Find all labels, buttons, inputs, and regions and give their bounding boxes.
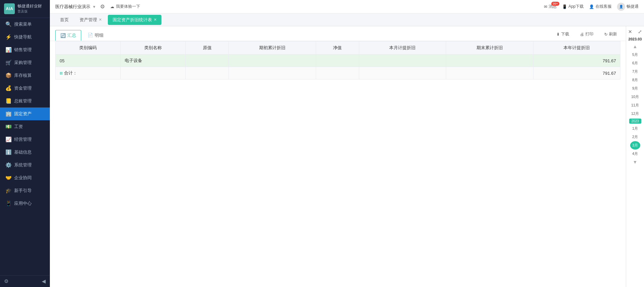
sidebar-item-app-center[interactable]: 📱应用中心 <box>0 197 50 210</box>
sidebar-item-ledger[interactable]: 📒总账管理 <box>0 95 50 107</box>
tab-close-depreciation[interactable]: ✕ <box>154 18 157 22</box>
panel-close-icon[interactable]: ✕ <box>628 29 632 34</box>
month-item[interactable]: 1月 <box>630 124 640 133</box>
print-button[interactable]: 🖨 打印 <box>577 30 597 39</box>
month-item[interactable]: 12月 <box>631 109 640 118</box>
row-category-name: 电子设备 <box>121 55 186 67</box>
sidebar-item-funds[interactable]: 💰资金管理 <box>0 82 50 95</box>
summary-tab-label: 汇总 <box>67 32 76 38</box>
refresh-label: 刷新 <box>609 31 617 37</box>
funds-icon: 💰 <box>5 85 11 91</box>
sidebar-item-sales[interactable]: 📊销售管理 <box>0 43 50 56</box>
detail-tab-label: 明细 <box>95 32 103 38</box>
month-scroll-down[interactable]: ▼ <box>632 158 639 166</box>
sidebar-label-app-center: 应用中心 <box>14 200 32 206</box>
col-monthly-depr: 本月计提折旧 <box>359 41 446 55</box>
tabs-bar: 首页资产管理✕固定资产折旧统计表✕ <box>50 13 644 26</box>
tab-asset-mgmt[interactable]: 资产管理✕ <box>75 15 106 25</box>
sidebar-label-fixed-assets: 固定资产 <box>14 111 32 117</box>
refresh-button[interactable]: ↻ 刷新 <box>601 30 620 39</box>
sidebar-label-cooperation: 企业协同 <box>14 175 32 181</box>
row-category-code: 05 <box>56 55 121 67</box>
tab-summary[interactable]: 🔄 汇总 <box>55 30 81 41</box>
user-menu[interactable]: 👤 畅捷通 <box>617 3 639 11</box>
panel-expand-icon[interactable]: ⤢ <box>638 29 642 34</box>
sidebar-item-search[interactable]: 🔍搜索菜单 <box>0 18 50 31</box>
service-icon: 👤 <box>589 4 594 9</box>
right-panel-header: ✕ ⤢ <box>626 28 644 36</box>
topbar-settings-icon[interactable]: ⚙ <box>100 3 105 10</box>
sidebar-item-guide[interactable]: 🎓新手引导 <box>0 184 50 197</box>
sidebar-item-system[interactable]: ⚙️系统管理 <box>0 159 50 171</box>
row-yearly-depr: 791.67 <box>533 55 620 67</box>
sidebar-label-basic-info: 基础信息 <box>14 149 32 155</box>
row-original-value <box>186 55 229 67</box>
month-item[interactable]: 4月 <box>630 150 640 158</box>
app-version: 普及版 <box>18 9 42 14</box>
sidebar-item-business[interactable]: 📈经营管理 <box>0 133 50 146</box>
table-wrapper: 类别编码 类别名称 原值 期初累计折旧 净值 本月计提折旧 期末累计折旧 本年计… <box>50 41 626 79</box>
sidebar-item-purchase[interactable]: 🛒采购管理 <box>0 56 50 69</box>
sidebar-label-search: 搜索菜单 <box>14 21 32 27</box>
sidebar-item-payroll[interactable]: 💵工资 <box>0 120 50 133</box>
messages-badge: 99+ <box>551 2 559 6</box>
app-download-button[interactable]: 📱 App下载 <box>562 4 584 9</box>
user-avatar: 👤 <box>617 3 625 11</box>
customer-service-button[interactable]: 👤 在线客服 <box>589 4 612 9</box>
tab-close-asset-mgmt[interactable]: ✕ <box>99 18 102 22</box>
month-item[interactable]: 2月 <box>630 133 640 141</box>
print-label: 打印 <box>585 31 593 37</box>
col-yearly-depr: 本年计提折旧 <box>533 41 620 55</box>
app-download-label: App下载 <box>569 4 584 9</box>
month-scroll-up[interactable]: ▲ <box>632 42 639 51</box>
panel-year-label: 2023.03 <box>626 36 644 42</box>
download-button[interactable]: ⬇ 下载 <box>553 30 573 39</box>
sidebar-label-system: 系统管理 <box>14 162 32 168</box>
tab-label-home: 首页 <box>60 17 69 23</box>
month-item[interactable]: 7月 <box>631 67 640 76</box>
sidebar-item-basic-info[interactable]: ℹ️基础信息 <box>0 146 50 159</box>
row-monthly-depr <box>359 55 446 67</box>
app-center-icon: 📱 <box>5 200 11 206</box>
company-name: 医疗器械行业演示 <box>55 4 90 10</box>
experience-label: 我要体验一下 <box>116 4 140 9</box>
table-row: 05 电子设备 791.67 <box>56 55 620 67</box>
tab-home[interactable]: 首页 <box>55 15 73 25</box>
sidebar-item-fixed-assets[interactable]: 🏢固定资产 <box>0 107 50 120</box>
month-item[interactable]: 3月 <box>630 141 640 150</box>
depreciation-table: 类别编码 类别名称 原值 期初累计折旧 净值 本月计提折旧 期末累计折旧 本年计… <box>55 41 620 79</box>
collapse-icon[interactable]: ◀ <box>42 278 46 284</box>
sidebar-item-inventory[interactable]: 📦库存核算 <box>0 69 50 82</box>
tab-depreciation[interactable]: 固定资产折旧统计表✕ <box>108 15 161 25</box>
col-category-name: 类别名称 <box>121 41 186 55</box>
month-item[interactable]: 9月 <box>631 84 640 93</box>
messages-button[interactable]: ✉ 消息 99+ <box>544 4 557 9</box>
business-icon: 📈 <box>5 136 11 142</box>
sidebar-label-purchase: 采购管理 <box>14 60 32 66</box>
month-item[interactable]: 10月 <box>631 93 640 101</box>
row-accum-depr-begin <box>229 55 316 67</box>
sidebar-item-cooperation[interactable]: 🤝企业协同 <box>0 171 50 184</box>
tab-detail[interactable]: 📄 明细 <box>83 30 109 41</box>
company-selector[interactable]: 医疗器械行业演示 ▼ <box>55 4 96 10</box>
ledger-icon: 📒 <box>5 98 11 104</box>
sidebar-item-quick-nav[interactable]: ⚡快捷导航 <box>0 31 50 43</box>
month-item[interactable]: 5月 <box>631 51 640 59</box>
table-total-row: ⊞ 合计： 791.67 <box>56 67 620 79</box>
total-icon: ⊞ <box>60 71 63 75</box>
purchase-icon: 🛒 <box>5 60 11 66</box>
payroll-icon: 💵 <box>5 124 11 130</box>
sub-tabs: 🔄 汇总 📄 明细 ⬇ 下载 🖨 打印 <box>50 26 626 41</box>
month-scroll[interactable]: ▲ 5月6月7月8月9月10月11月12月 2023 1月2月3月4月 ▼ <box>626 42 644 287</box>
fixed-assets-icon: 🏢 <box>5 111 11 117</box>
month-item[interactable]: 11月 <box>631 101 640 109</box>
message-icon: ✉ <box>544 4 547 9</box>
inventory-icon: 📦 <box>5 72 11 78</box>
sidebar-label-quick-nav: 快捷导航 <box>14 34 32 40</box>
experience-button[interactable]: ☁ 我要体验一下 <box>110 4 140 9</box>
year-badge: 2023 <box>629 119 641 124</box>
month-item[interactable]: 8月 <box>631 76 640 84</box>
month-item[interactable]: 6月 <box>631 59 640 67</box>
col-accum-depr-end: 期末累计折旧 <box>446 41 533 55</box>
settings-icon[interactable]: ⚙ <box>4 278 8 284</box>
